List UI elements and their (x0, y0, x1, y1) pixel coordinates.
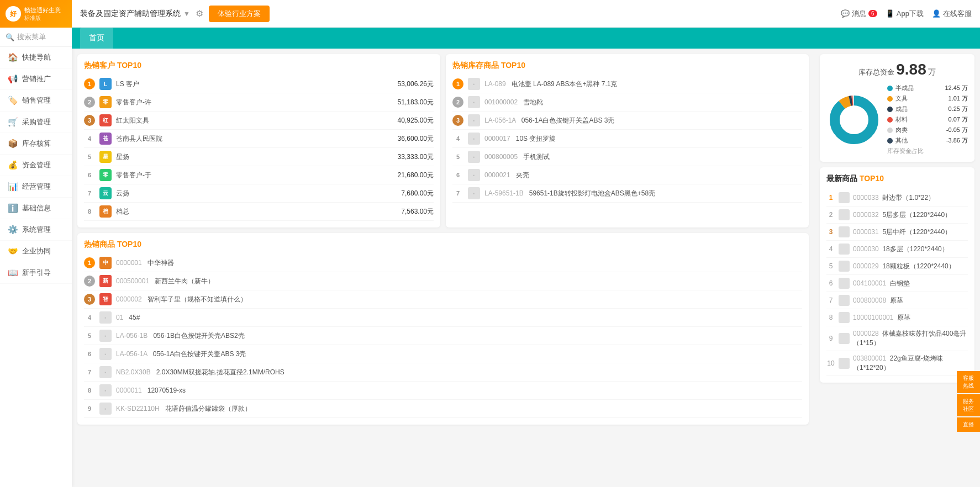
legend-dot-stationery (887, 96, 893, 102)
logo-icon: 好 (6, 6, 21, 22)
online-service-button[interactable]: 👤 在线客服 (932, 9, 972, 19)
search-menu[interactable]: 🔍 搜索菜单 (0, 28, 72, 47)
donut-container: 半成品 12.45 万 文具 1.01 万 成品 0.25 万 (826, 84, 968, 155)
right-panel: 库存总资金 9.88 万 (814, 49, 980, 487)
product-img: ▪ (99, 330, 112, 342)
rank-value: 7,680.00元 (401, 189, 434, 198)
content-main: 热销客户 TOP10 1 L LS 客户 53,006.26元 2 零 零售客户… (72, 49, 814, 487)
new-product-img (839, 261, 850, 272)
purchase-icon: 🛒 (8, 117, 18, 127)
new-product-name: 003800001 22g鱼豆腐-烧烤味（1*12*20） (853, 354, 968, 373)
hot-product-rank-item: 7 ▪ NB2.0X30B 2.0X30MM双搓花轴.搓花直径2.1MM/ROH… (84, 363, 802, 382)
top-customers-card: 热销客户 TOP10 1 L LS 客户 53,006.26元 2 零 零售客户… (77, 54, 440, 227)
donut-chart-svg (826, 92, 882, 147)
top-products-inventory-title: 热销库存商品 TOP10 (452, 61, 802, 71)
legend-dot-finished (887, 107, 893, 112)
sidebar-item-sales[interactable]: 🏷️ 销售管理 (0, 90, 72, 112)
rank-name: 0000017 10S 变扭罗旋 (484, 134, 802, 144)
settings-icon[interactable]: ⚙ (196, 8, 203, 19)
rank-number: 4 (84, 133, 95, 144)
svg-point-5 (840, 106, 868, 134)
float-service-btn[interactable]: 客服热线 (957, 371, 980, 393)
message-button[interactable]: 💬 消息 6 (841, 9, 877, 19)
rank-name: LS 客户 (116, 80, 393, 89)
new-product-name: 004100001 白钢垫 (853, 279, 968, 288)
new-product-item: 2 0000032 5层多层（1220*2440） (826, 207, 968, 224)
sidebar-item-quick-nav[interactable]: 🏠 快捷导航 (0, 47, 72, 68)
sidebar-item-finance[interactable]: 💰 资金管理 (0, 155, 72, 176)
trial-button[interactable]: 体验行业方案 (209, 6, 270, 22)
rank-number: 2 (84, 97, 95, 108)
rank-name: LA-056-1A 056-1A白色按键开关盖ABS 3壳 (116, 350, 802, 359)
rank-avatar: L (99, 78, 112, 90)
sidebar-item-inventory[interactable]: 📦 库存核算 (0, 133, 72, 155)
new-product-img (839, 278, 850, 289)
product-img: ▪ (99, 311, 112, 324)
rank-value: 33,333.00元 (398, 152, 434, 162)
rank-number: 8 (84, 206, 95, 217)
sidebar-item-purchase[interactable]: 🛒 采购管理 (0, 112, 72, 133)
rank-number: 1 (84, 257, 95, 268)
legend-item-meat: 肉类 -0.05 万 (887, 126, 968, 134)
message-badge: 6 (868, 10, 877, 17)
product-img: ▪ (468, 96, 480, 108)
new-rank-number: 4 (826, 245, 835, 253)
float-live-btn[interactable]: 直播 (957, 417, 980, 432)
dropdown-icon[interactable]: ▼ (183, 10, 190, 18)
hot-product-rank-item: 9 ▪ KK-SD22110H 花语莳值温分罐罐袋（厚款） (84, 400, 802, 418)
rank-name: 星扬 (116, 152, 393, 162)
product-img: ▪ (99, 348, 112, 360)
logo-text: 畅捷通好生意 标准版 (24, 6, 61, 21)
sidebar-item-operations[interactable]: 📊 经营管理 (0, 176, 72, 198)
hot-product-rank-item: 5 ▪ LA-056-1B 056-1B白色按键开关壳ABS2壳 (84, 327, 802, 345)
marketing-icon: 📢 (8, 74, 18, 84)
new-product-item: 10 003800001 22g鱼豆腐-烧烤味（1*12*20） (826, 351, 968, 376)
inventory-rank-item: 5 ▪ 000800005 手机测试 (452, 148, 802, 166)
new-product-item: 4 0000030 18多层（1220*2440） (826, 241, 968, 258)
sidebar-item-system[interactable]: ⚙️ 系统管理 (0, 219, 72, 241)
rank-value: 40,925.00元 (398, 116, 434, 125)
rank-name: 档总 (116, 207, 397, 216)
rank-number: 3 (84, 115, 95, 126)
customer-rank-item: 1 L LS 客户 53,006.26元 (84, 75, 434, 93)
rank-number: 6 (84, 348, 95, 359)
new-product-img (839, 192, 850, 203)
rank-number: 2 (84, 276, 95, 287)
new-product-name: 0000030 18多层（1220*2440） (853, 245, 968, 254)
hot-product-rank-item: 4 ▪ 01 45# (84, 309, 802, 327)
app-download-button[interactable]: 📱 App下载 (886, 9, 924, 19)
sidebar-item-basic-info[interactable]: ℹ️ 基础信息 (0, 198, 72, 219)
hot-products-list: 1 中 0000001 中华神器 2 新 000500001 新西兰牛肉（新牛）… (84, 254, 802, 418)
rank-name: 0000001 中华神器 (116, 258, 802, 268)
new-rank-number: 2 (826, 211, 835, 219)
header: 装备及固定资产辅助管理系统 ▼ ⚙ 体验行业方案 💬 消息 6 📱 App下载 … (72, 0, 980, 28)
home-icon: 🏠 (8, 52, 18, 62)
new-product-item: 7 000800008 原茎 (826, 292, 968, 309)
rank-name: LA-056-1A 056-1A白色按键开关盖ABS 3壳 (484, 116, 802, 125)
sidebar-item-guide[interactable]: 📖 新手引导 (0, 262, 72, 284)
top-customers-title: 热销客户 TOP10 (84, 61, 434, 71)
product-img: ▪ (99, 384, 112, 396)
legend-item-semi: 半成品 12.45 万 (887, 84, 968, 92)
hot-product-rank-item: 1 中 0000001 中华神器 (84, 254, 802, 272)
sidebar-item-marketing[interactable]: 📢 营销推广 (0, 68, 72, 90)
float-community-btn[interactable]: 服务社区 (957, 394, 980, 416)
new-rank-number: 10 (826, 359, 835, 367)
rank-number: 3 (452, 115, 463, 126)
content: 热销客户 TOP10 1 L LS 客户 53,006.26元 2 零 零售客户… (72, 49, 980, 487)
rank-name: 零售客户-于 (116, 171, 393, 180)
new-product-name: 0000029 18颗粒板（1220*2440） (853, 262, 968, 271)
product-img: ▪ (468, 78, 480, 90)
inventory-rank-item: 2 ▪ 001000002 雪地靴 (452, 93, 802, 112)
rank-number: 7 (84, 367, 95, 378)
new-product-img (839, 226, 850, 237)
rank-avatar: 零 (99, 169, 112, 181)
inventory-rank-item: 7 ▪ LA-59651-1B 59651-1B旋转投影灯电池盒ABS黑色+58… (452, 184, 802, 203)
rank-value: 21,680.00元 (398, 171, 434, 180)
topnav-home[interactable]: 首页 (80, 28, 113, 49)
sidebar-item-collab[interactable]: 🤝 企业协同 (0, 241, 72, 262)
inventory-card: 库存总资金 9.88 万 (820, 54, 974, 162)
customer-rank-item: 3 红 红太阳文具 40,925.00元 (84, 112, 434, 130)
product-img: ▪ (99, 403, 112, 415)
rank-value: 51,183.00元 (398, 98, 434, 107)
